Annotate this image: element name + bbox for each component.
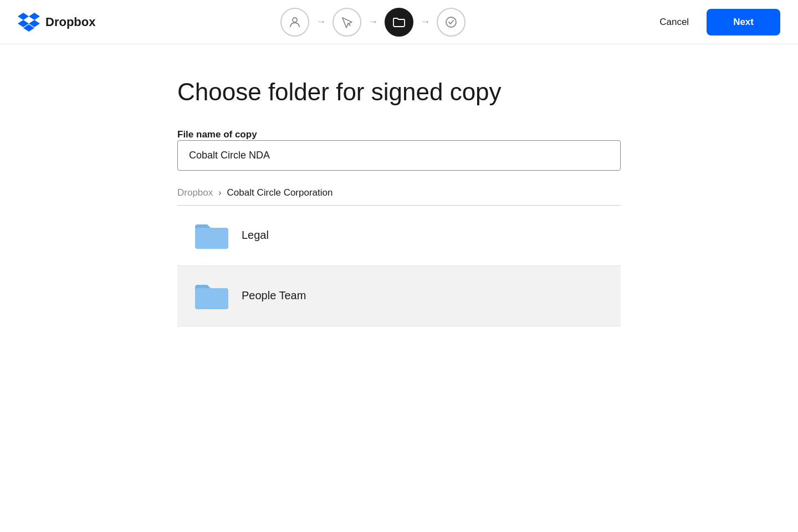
step-recipients-icon [280, 8, 309, 37]
main-content: Choose folder for signed copy File name … [66, 44, 732, 360]
stepper: → → → [95, 8, 651, 37]
file-name-input[interactable] [177, 140, 621, 171]
breadcrumb-root[interactable]: Dropbox [177, 187, 213, 198]
svg-point-1 [446, 17, 456, 27]
step-arrow-3: → [420, 16, 430, 28]
cancel-button[interactable]: Cancel [651, 12, 698, 32]
step-confirm-icon [437, 8, 466, 37]
breadcrumb-separator-icon: › [218, 188, 221, 198]
logo-text: Dropbox [45, 15, 95, 29]
step-folder-icon [385, 8, 413, 37]
breadcrumb-current[interactable]: Cobalt Circle Corporation [227, 187, 333, 198]
step-arrow-1: → [316, 16, 326, 28]
breadcrumb: Dropbox › Cobalt Circle Corporation [177, 187, 621, 198]
file-name-label: File name of copy [177, 129, 257, 140]
folder-item-legal[interactable]: Legal [177, 206, 621, 266]
next-button[interactable]: Next [707, 9, 780, 35]
header: Dropbox → → → [0, 0, 798, 44]
folder-name-people-team: People Team [242, 289, 306, 302]
dropbox-logo-icon [18, 13, 40, 32]
folder-list: Legal People Team [177, 206, 621, 326]
header-actions: Cancel Next [651, 9, 780, 35]
step-arrow-2: → [368, 16, 378, 28]
page-title: Choose folder for signed copy [177, 78, 621, 107]
svg-point-0 [293, 18, 297, 22]
folder-icon-people-team [195, 282, 228, 310]
logo-area: Dropbox [18, 13, 95, 32]
step-review-icon [332, 8, 361, 37]
folder-name-legal: Legal [242, 229, 269, 242]
folder-item-people-team[interactable]: People Team [177, 266, 621, 326]
folder-icon-legal [195, 221, 228, 250]
